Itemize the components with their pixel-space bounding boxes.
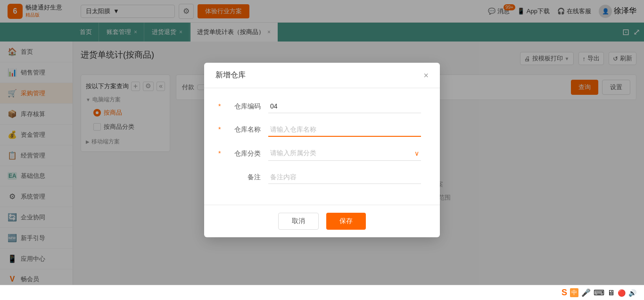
mic-icon[interactable]: 🎤 — [581, 288, 591, 297]
save-button[interactable]: 保存 — [326, 213, 366, 230]
network-icon: 🔴 — [618, 289, 626, 297]
warehouse-code-field: 仓库编码 — [223, 100, 421, 113]
bottom-bar: S 中 🎤 ⌨ 🖥 🔴 🔊 — [0, 285, 644, 300]
modal-body: 仓库编码 仓库名称 仓库分类 请输入所属分类 ∨ 备注 — [204, 88, 440, 205]
warehouse-name-field: 仓库名称 — [223, 123, 421, 137]
modal-overlay: 新增仓库 × 仓库编码 仓库名称 仓库分类 请输入所属分类 ∨ — [0, 0, 644, 300]
warehouse-name-input[interactable] — [268, 123, 421, 137]
warehouse-note-label: 备注 — [223, 173, 261, 182]
volume-icon[interactable]: 🔊 — [628, 289, 636, 297]
s-logo: S — [561, 288, 567, 298]
category-dropdown-icon: ∨ — [414, 150, 419, 157]
warehouse-category-select[interactable]: 请输入所属分类 ∨ — [268, 146, 421, 161]
modal-dialog: 新增仓库 × 仓库编码 仓库名称 仓库分类 请输入所属分类 ∨ — [204, 63, 440, 237]
warehouse-category-field: 仓库分类 请输入所属分类 ∨ — [223, 146, 421, 161]
bottom-icons: S 中 🎤 ⌨ 🖥 🔴 🔊 — [561, 288, 636, 298]
keyboard-icon[interactable]: ⌨ — [594, 288, 604, 297]
warehouse-note-input[interactable] — [268, 170, 421, 184]
cn-label: 中 — [570, 288, 578, 297]
category-placeholder: 请输入所属分类 — [270, 149, 316, 158]
warehouse-name-label: 仓库名称 — [223, 125, 261, 134]
modal-footer: 取消 保存 — [204, 205, 440, 237]
modal-title: 新增仓库 — [215, 70, 246, 80]
warehouse-category-label: 仓库分类 — [223, 150, 261, 158]
cancel-button[interactable]: 取消 — [278, 213, 319, 230]
warehouse-code-label: 仓库编码 — [223, 102, 261, 111]
modal-header: 新增仓库 × — [204, 63, 440, 88]
modal-close-button[interactable]: × — [423, 71, 429, 80]
monitor-icon[interactable]: 🖥 — [607, 289, 615, 297]
warehouse-code-input[interactable] — [268, 100, 421, 113]
warehouse-note-field: 备注 — [223, 170, 421, 184]
